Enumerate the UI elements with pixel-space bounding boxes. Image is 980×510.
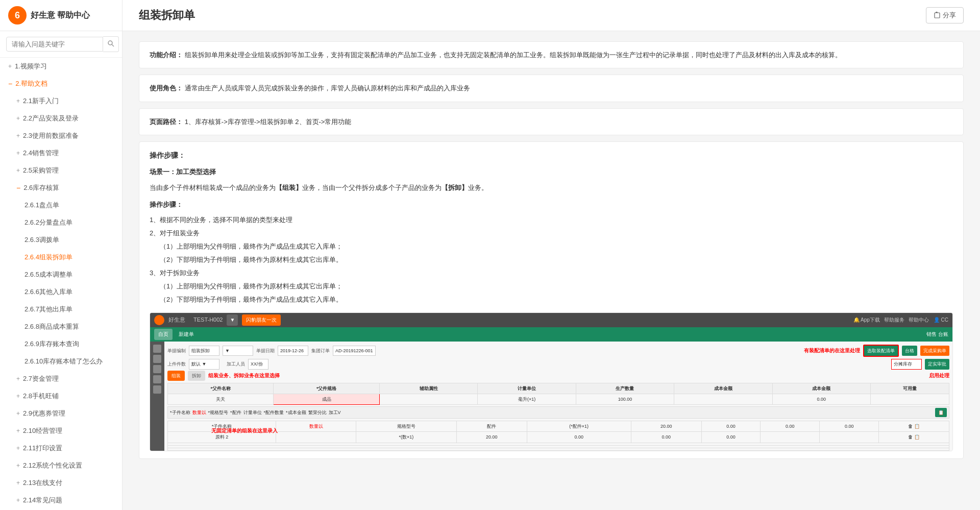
plus-icon7: +	[16, 375, 20, 382]
svg-line-1	[112, 44, 114, 46]
ops-steps-label: 操作步骤：	[150, 199, 953, 210]
sidebar-item-cost[interactable]: 2.6.5成本调整单	[0, 266, 122, 283]
role-label: 使用角色：	[150, 84, 183, 92]
plus-icon12: +	[16, 462, 20, 469]
step2-sub2: （2）下部明细为子件明细，最终作为原材料生成其它出库单。	[150, 253, 953, 266]
plus-icon14: +	[16, 497, 20, 504]
sidebar-item-payment[interactable]: + 2.13在线支付	[0, 474, 122, 492]
plus-icon10: +	[16, 427, 20, 434]
plus-icon9: +	[16, 410, 20, 417]
step3: 3、对于拆卸业务	[150, 266, 953, 280]
share-button[interactable]: 分享	[926, 7, 964, 23]
plus-icon5: +	[16, 150, 20, 157]
sidebar-item-sales[interactable]: + 2.4销售管理	[0, 144, 122, 162]
func-intro-text: 组装拆卸单用来处理企业组装或拆卸等加工业务，支持有固定装配清单的产品加工业务，也…	[185, 51, 842, 59]
sidebar-item-ledger[interactable]: 2.6.9库存账本查询	[0, 335, 122, 353]
func-intro-block: 功能介绍： 组装拆卸单用来处理企业组装或拆卸等加工业务，支持有固定装配清单的产品…	[139, 41, 964, 68]
sidebar-item-ops[interactable]: + 2.10经营管理	[0, 422, 122, 440]
sidebar-item-customize[interactable]: + 2.12系统个性化设置	[0, 457, 122, 474]
scene1-intro: 当由多个子件材料组装成一个成品的业务为【组装】业务，当由一个父件拆分成多个子产品…	[150, 181, 953, 195]
ops-label: 操作步骤：	[150, 149, 953, 162]
ops-block: 操作步骤： 场景一：加工类型选择 当由多个子件材料组装成一个成品的业务为【组装】…	[139, 141, 964, 459]
minus-icon2: −	[16, 184, 20, 192]
sidebar-item-docs[interactable]: − 2.帮助文档	[0, 75, 122, 92]
sidebar-item-new[interactable]: + 2.1新手入门	[0, 92, 122, 110]
sidebar-item-purchase[interactable]: + 2.5采购管理	[0, 162, 122, 179]
plus-icon3: +	[16, 115, 20, 122]
annotation-no-fixed-bom: 无固定清单的组装在这里录入	[211, 426, 278, 435]
search-input[interactable]	[6, 37, 103, 52]
plus-icon: +	[8, 63, 12, 70]
path-label: 页面路径：	[150, 118, 183, 126]
svg-rect-2	[935, 13, 940, 18]
step1: 1、根据不同的业务，选择不同单据的类型来处理	[150, 213, 953, 227]
nav-list: + 1.视频学习 − 2.帮助文档 + 2.1新手入门 + 2.2产品安装及登录…	[0, 58, 122, 510]
search-box	[0, 31, 122, 58]
sidebar-item-assembly[interactable]: 2.6.4组装拆卸单	[0, 249, 122, 266]
role-block: 使用角色： 通常由生产人员或库管人员完成拆装业务的操作，库管人员确认原材料的出库…	[139, 75, 964, 102]
sidebar-item-install[interactable]: + 2.2产品安装及登录	[0, 110, 122, 127]
sidebar-item-stocktake[interactable]: 2.6.1盘点单	[0, 197, 122, 214]
plus-icon2: +	[16, 98, 20, 105]
sidebar-item-data[interactable]: + 2.3使用前数据准备	[0, 127, 122, 144]
screenshot-container: 好生意 TEST-H002 ▼ 闪豹朋友一次 🔔 App下载 帮助服务 帮助中心…	[150, 312, 953, 451]
ss-sidebar	[150, 342, 164, 451]
plus-icon4: +	[16, 132, 20, 139]
main-area: 组装拆卸单 分享 功能介绍： 组装拆卸单用来处理企业组装或拆卸等加工业务，支持有…	[122, 0, 980, 510]
page-title: 组装拆卸单	[139, 8, 195, 23]
plus-icon11: +	[16, 445, 20, 452]
sidebar-item-video[interactable]: + 1.视频学习	[0, 58, 122, 75]
sidebar-header: 6 好生意 帮助中心	[0, 0, 122, 31]
sidebar: 6 好生意 帮助中心 + 1.视频学习 − 2.帮助文档 + 2.1新手入门 +…	[0, 0, 122, 510]
scene1-label: 场景一：加工类型选择	[150, 166, 953, 178]
sidebar-item-finance[interactable]: + 2.7资金管理	[0, 370, 122, 387]
search-button[interactable]	[103, 36, 119, 52]
sidebar-item-costreset[interactable]: 2.6.8商品成本重算	[0, 318, 122, 335]
step2-sub1: （1）上部明细为父件明细，最终作为产成品生成其它入库单；	[150, 240, 953, 253]
sidebar-item-partial[interactable]: 2.6.2分量盘点单	[0, 214, 122, 231]
step3-sub2: （2）下部明细为子件明细，最终作为产成品生成其它入库单。	[150, 293, 953, 306]
path-block: 页面路径： 1、库存核算->库存管理->组装拆卸单 2、首页->常用功能	[139, 108, 964, 135]
plus-icon6: +	[16, 167, 20, 174]
sidebar-item-print[interactable]: + 2.11打印设置	[0, 440, 122, 457]
path-text: 1、库存核算->库存管理->组装拆卸单 2、首页->常用功能	[185, 118, 352, 126]
ss-main-content: 单据编制 组装拆卸 ▼ 单据日期 2019-12-26 集团订单 AD-2019…	[164, 342, 952, 451]
sidebar-item-outbound[interactable]: 2.6.7其他出库单	[0, 301, 122, 318]
app-name: 好生意 帮助中心	[31, 10, 90, 21]
role-text: 通常由生产人员或库管人员完成拆装业务的操作，库管人员确认原材料的出库和产成品的入…	[185, 84, 470, 92]
sidebar-item-ledgererr[interactable]: 2.6.10库存账本错了怎么办	[0, 353, 122, 370]
func-intro-label: 功能介绍：	[150, 51, 183, 59]
step3-sub1: （1）上部明细为父件明细，最终作为原材料生成其它出库单；	[150, 280, 953, 293]
sidebar-item-inbound[interactable]: 2.6.6其他入库单	[0, 283, 122, 301]
minus-icon: −	[8, 80, 12, 88]
sidebar-item-adjust[interactable]: 2.6.3调拨单	[0, 231, 122, 249]
step2: 2、对于组装业务	[150, 227, 953, 240]
plus-icon13: +	[16, 479, 20, 487]
svg-point-0	[108, 41, 112, 45]
sidebar-item-mobile[interactable]: + 2.8手机旺铺	[0, 387, 122, 405]
main-header: 组装拆卸单 分享	[122, 0, 980, 31]
content-area: 功能介绍： 组装拆卸单用来处理企业组装或拆卸等加工业务，支持有固定装配清单的产品…	[122, 31, 980, 510]
sidebar-item-faq[interactable]: + 2.14常见问题	[0, 492, 122, 509]
logo: 6	[8, 6, 27, 25]
ss-logo	[154, 315, 164, 325]
sidebar-item-inventory[interactable]: − 2.6库存核算	[0, 179, 122, 197]
sidebar-item-coupon[interactable]: + 2.9优惠券管理	[0, 405, 122, 422]
mock-screenshot: 好生意 TEST-H002 ▼ 闪豹朋友一次 🔔 App下载 帮助服务 帮助中心…	[150, 313, 952, 451]
plus-icon8: +	[16, 393, 20, 400]
